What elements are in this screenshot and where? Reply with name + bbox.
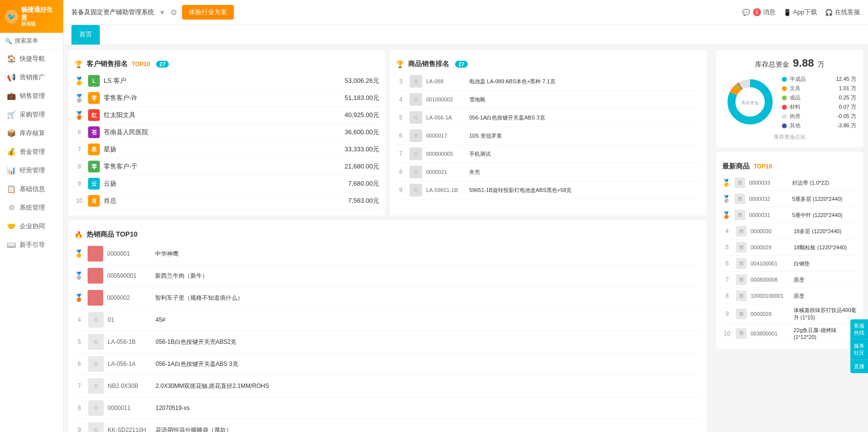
legend-label: 其他 (790, 122, 834, 129)
hot-products-card: 🔥 热销商品 TOP10 🥇 0000001 中华神鹰🥈 000500001 新… (69, 220, 707, 432)
float-service-btn-0[interactable]: 客服 热线 (850, 319, 868, 340)
product-thumbnail: 图 (88, 378, 104, 394)
dropdown-icon[interactable]: ▼ (159, 9, 165, 16)
inventory-legend: 半成品 12.45 万 文具 1.01 万 成品 0.25 万 材料 0.07 … (782, 74, 856, 130)
rank-number: 7 (74, 146, 84, 153)
sidebar-item-8[interactable]: ⚙系统管理 (0, 198, 63, 217)
new-products-top-label: TOP10 (754, 163, 772, 170)
nav-label-10: 新手引导 (20, 240, 45, 249)
customer-amount: 51,183.00元 (344, 94, 379, 102)
sidebar-item-4[interactable]: 📦库存核算 (0, 124, 63, 143)
app-title: 畅捷通好生意 (21, 6, 58, 21)
customer-avatar: 零 (88, 161, 100, 172)
new-product-thumb: 图 (736, 274, 747, 285)
product-code: 0000021 (426, 169, 465, 175)
rank-number: 10 (74, 197, 84, 204)
new-product-code: 0000029 (751, 244, 790, 250)
product-code: LA-056-1A (108, 360, 152, 367)
settings-icon[interactable]: ⚙ (170, 8, 177, 17)
inventory-title: 库存总资金 (755, 60, 789, 68)
new-product-row: 7 图 000800008 原垄 (722, 272, 857, 288)
new-product-row: 🥈 图 0000032 5厘多层 (1220*2440) (722, 191, 857, 207)
new-product-code: 0000028 (751, 311, 790, 317)
customer-name: 零售客户-许 (104, 94, 341, 102)
legend-item: 其他 -3.86 万 (782, 121, 856, 130)
product-name: 夹壳 (469, 168, 701, 176)
legend-item: 文具 1.01 万 (782, 84, 856, 93)
donut-chart: 库存资金 (723, 75, 777, 130)
inventory-card: 库存总资金 9.88 万 (716, 50, 863, 147)
topbar-message[interactable]: 💬 6 消息 (742, 8, 776, 17)
legend-value: -3.86 万 (837, 122, 856, 129)
sidebar-search[interactable]: 🔍 搜索菜单 (0, 33, 63, 49)
product-name: 056-1A白色按键开关盖ABS 3克 (469, 114, 701, 121)
sidebar-item-6[interactable]: 📊经营管理 (0, 161, 63, 180)
message-badge: 6 (753, 8, 761, 16)
customer-ranking-row: 🥇 L LS 客户 53,006.26元 (74, 72, 379, 90)
sidebar-item-10[interactable]: 📖新手引导 (0, 236, 63, 254)
product-ranking-card: 🏆 商品销售排名 27 3 图 LA-089 电池盖 LA-089 ABS本色+… (390, 50, 707, 216)
customer-ranking-row: 🥉 红 红太阳文具 40,925.00元 (74, 107, 379, 124)
main-area: 装备及固定资产辅助管理系统 ▼ ⚙ 体验行业方案 💬 6 消息 📱 App下载 … (64, 0, 868, 432)
hot-product-row: 🥇 0000001 中华神鹰 (74, 243, 701, 265)
product-code: LA-59651-1B (426, 187, 465, 193)
product-code: NB2.0X30B (108, 383, 152, 389)
legend-label: 文具 (790, 85, 836, 92)
customer-amount: 21,680.00元 (344, 162, 379, 171)
product-ranking-row: 8 图 0000021 夹壳 (396, 163, 701, 181)
topbar-app-download[interactable]: 📱 App下载 (783, 8, 817, 17)
product-name: 新西兰牛肉（新牛） (155, 272, 701, 280)
product-thumb: 图 (410, 75, 422, 88)
nav-label-6: 经营管理 (20, 166, 45, 175)
app-logo-text: 畅捷通好生意 标准版 (21, 6, 58, 27)
inventory-footer: 库存资金占比 (723, 133, 856, 141)
product-thumbnail: 图 (88, 356, 104, 372)
product-thumb: 图 (410, 93, 422, 106)
page-tabs: 首页 (64, 25, 868, 45)
sidebar-item-7[interactable]: 📋基础信息 (0, 180, 63, 198)
new-product-name: 18颗粒板 (1220*2440) (794, 244, 857, 251)
product-ranking-row: 9 图 LA-59651-1B 59651-1B旋转投影灯电池盒ABS黑色+58… (396, 181, 701, 199)
rank-num: 9 (722, 311, 732, 317)
new-product-thumb: 图 (736, 290, 747, 301)
nav-label-5: 资金管理 (20, 147, 45, 156)
customer-avatar: 星 (88, 144, 100, 155)
sidebar-item-5[interactable]: 💰资金管理 (0, 143, 63, 161)
sidebar-item-0[interactable]: 🏠快捷导航 (0, 49, 63, 68)
product-thumb: 图 (410, 166, 422, 178)
customer-amount: 36,600.00元 (344, 128, 379, 137)
legend-value: -0.05 万 (837, 113, 856, 120)
new-product-row: 🥇 图 0000033 封边带 (1.0*22) (722, 175, 857, 191)
product-ranking-title: 商品销售排名 (408, 60, 449, 69)
new-product-code: 003800001 (751, 331, 790, 336)
product-thumbnail (88, 290, 103, 306)
nav-icon-3: 🛒 (7, 110, 16, 119)
hot-product-row: 5 图 LA-056-1B 056-1B白色按键开关壳ABS2克 (74, 331, 701, 353)
nav-label-7: 基础信息 (20, 185, 45, 193)
float-service-btn-2[interactable]: 直播 (850, 360, 868, 373)
new-product-row: 9 图 0000028 体械嘉枝味苏打饮品400毫升 (1*15) (722, 304, 857, 324)
rank-num: 5 (396, 114, 406, 121)
product-name: 电池盖 LA-089 ABS本色+黑种 7.1克 (469, 78, 701, 85)
trial-button[interactable]: 体验行业方案 (182, 5, 234, 20)
tab-home[interactable]: 首页 (71, 25, 100, 45)
sidebar-item-2[interactable]: 💼销售管理 (0, 87, 63, 105)
rank-number: 9 (74, 180, 84, 187)
float-service-btn-1[interactable]: 服务 社区 (850, 339, 868, 360)
topbar-online-service[interactable]: 🎧 在线客服 (825, 8, 860, 17)
nav-icon-10: 📖 (7, 240, 16, 249)
sidebar-item-3[interactable]: 🛒采购管理 (0, 105, 63, 124)
sidebar-item-1[interactable]: 📢营销推广 (0, 68, 63, 87)
product-ranking-row: 5 图 LA-056-1A 056-1A白色按键开关盖ABS 3克 (396, 109, 701, 127)
new-product-name: 22g鱼豆腐-烧烤味 (1*12*20) (794, 327, 857, 340)
new-products-title-text: 最新商品 (722, 162, 750, 171)
legend-label: 成品 (790, 94, 836, 101)
medal-bronze-icon: 🥉 (74, 111, 84, 120)
product-name: 056-1A白色按键开关盖ABS 3克 (156, 360, 701, 368)
customer-name: 云扬 (104, 179, 344, 188)
product-thumbnail (88, 268, 103, 284)
legend-label: 材料 (790, 103, 836, 111)
sidebar-item-9[interactable]: 🤝企业协同 (0, 217, 63, 236)
product-thumb: 图 (410, 129, 422, 142)
nav-label-0: 快捷导航 (20, 54, 45, 63)
